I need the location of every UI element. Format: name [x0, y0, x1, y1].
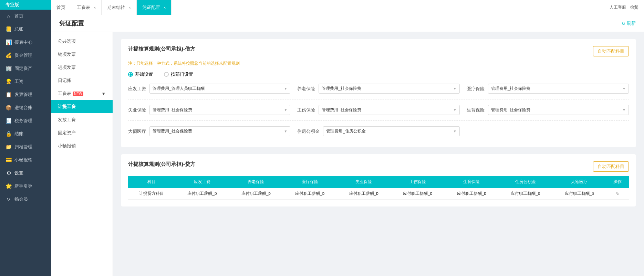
- sidebar-label-purchase_sales: 进销台账: [14, 105, 32, 111]
- page-header: 凭证配置 ↻ 刷新: [51, 15, 644, 32]
- auto-match-button-2[interactable]: 自动匹配科目: [593, 161, 629, 172]
- form-grid-row-1: 失业保险 管理费用_社会保险费 ▼ 工伤保险 管理费用_社会保险费 ▼ 生育保险…: [128, 105, 629, 115]
- close-window-button[interactable]: ✕: [633, 4, 638, 12]
- left-nav: 公共选项销项发票进项发票日记账工资表NEW▼计提工资发放工资固定资产小畅报销: [51, 32, 113, 276]
- sidebar-icon-member: V: [6, 197, 12, 202]
- form-select-0-2[interactable]: 管理费用_社会保险费 ▼: [488, 84, 629, 94]
- radio-basic-setup-circle: [128, 72, 133, 77]
- sidebar-item-closing[interactable]: 🔒 结账: [0, 127, 51, 140]
- form-select-2-0[interactable]: 管理费用_社会保险费 ▼: [149, 126, 290, 136]
- left-nav-sales_invoice[interactable]: 销项发票: [51, 48, 113, 61]
- table-row: 计提贷方科目应付职工薪酬_b应付职工薪酬_b应付职工薪酬_b应付职工薪酬_b应付…: [128, 188, 629, 200]
- table-header-6: 生育保险: [445, 176, 498, 188]
- sidebar-item-settings[interactable]: ⚙ 设置: [0, 167, 51, 180]
- sidebar-item-member[interactable]: V 畅会员: [0, 193, 51, 206]
- sidebar-item-fund_management[interactable]: 💰 资金管理: [0, 49, 51, 62]
- table-header-2: 养老保险: [229, 176, 283, 188]
- form-row-1-0: 失业保险 管理费用_社会保险费 ▼: [128, 105, 290, 115]
- edit-icon[interactable]: ✎: [615, 191, 620, 197]
- sidebar-item-payroll[interactable]: 👷 工资: [0, 75, 51, 88]
- sidebar-item-new_user_guide[interactable]: 🌟 新手引导: [0, 180, 51, 193]
- form-select-value-1-0: 管理费用_社会保险费: [153, 107, 282, 113]
- radio-dept-setup-circle: [164, 72, 169, 77]
- section1-note: 注：只能选择一种方式，系统将按照您当前的选择来配置规则: [128, 61, 629, 66]
- left-nav-accrual_payroll[interactable]: 计提工资: [51, 100, 113, 113]
- sidebar-label-report_center: 报表中心: [14, 39, 32, 45]
- table-body: 计提贷方科目应付职工薪酬_b应付职工薪酬_b应付职工薪酬_b应付职工薪酬_b应付…: [128, 188, 629, 200]
- section2-header: 计提核算规则(公司承担)-贷方 自动匹配科目: [128, 161, 629, 172]
- form-rows: 应发工资 管理费用_管理人员职工薪酬 ▼ 养老保险 管理费用_社会保险费 ▼ 医…: [128, 84, 629, 136]
- form-select-1-2[interactable]: 管理费用_社会保险费 ▼: [488, 105, 629, 115]
- radio-dept-setup[interactable]: 按部门设置: [164, 71, 193, 77]
- sidebar-label-general_ledger: 总账: [14, 26, 23, 32]
- sidebar-label-invoice_management: 发票管理: [14, 92, 32, 98]
- form-label-2-0: 大额医疗: [128, 128, 146, 135]
- sidebar-item-purchase_sales[interactable]: 📦 进销台账: [0, 101, 51, 114]
- form-select-2-1[interactable]: 管理费用_住房公积金 ▼: [323, 126, 459, 136]
- tab-label-period_close: 期末结转: [107, 4, 125, 11]
- tab-voucher_config[interactable]: 凭证配置×: [137, 0, 172, 15]
- table-header-8: 大额医疗: [552, 176, 606, 188]
- sidebar-icon-fund_management: 💰: [6, 52, 12, 59]
- sidebar-item-report_center[interactable]: 📊 报表中心: [0, 36, 51, 49]
- sidebar: 专业版 ⌂ 首页 📒 总账 📊 报表中心 💰 资金管理 🏢 固定资产 👷 工资 …: [0, 0, 51, 276]
- table-cell-0-2: 应付职工薪酬_b: [229, 188, 283, 200]
- left-nav-journal[interactable]: 日记账: [51, 74, 113, 87]
- tab-period_close[interactable]: 期末结转×: [102, 0, 136, 15]
- sidebar-item-fixed_assets[interactable]: 🏢 固定资产: [0, 62, 51, 75]
- table-cell-0-1: 应付职工薪酬_b: [175, 188, 229, 200]
- auto-match-button-1[interactable]: 自动匹配科目: [593, 46, 629, 56]
- tab-home[interactable]: 首页: [51, 0, 71, 15]
- tab-payroll[interactable]: 工资表×: [71, 0, 102, 15]
- table-header-3: 医疗保险: [283, 176, 337, 188]
- tab-close-voucher_config[interactable]: ×: [164, 6, 166, 10]
- chevron-down-icon: ▼: [622, 87, 626, 91]
- sidebar-icon-payroll: 👷: [6, 78, 12, 85]
- section1-title: 计提核算规则(公司承担)-借方: [128, 46, 195, 52]
- table-cell-0-8: 应付职工薪酬_b: [552, 188, 606, 200]
- left-nav-label-journal: 日记账: [58, 77, 71, 84]
- table-header-7: 住房公积金: [499, 176, 552, 188]
- chevron-down-icon: ▼: [453, 108, 457, 112]
- form-select-value-2-0: 管理费用_社会保险费: [153, 128, 282, 134]
- user-service-label: 人工客服: [610, 4, 626, 10]
- table-header-9: 操作: [606, 176, 629, 188]
- sidebar-item-home[interactable]: ⌂ 首页: [0, 10, 51, 23]
- left-nav-xiaochang_expense[interactable]: 小畅报销: [51, 139, 113, 152]
- form-label-1-0: 失业保险: [128, 107, 146, 113]
- topbar-right: 人工客服 徐某: [610, 4, 644, 10]
- chevron-down-icon: ▼: [453, 87, 457, 91]
- form-select-1-1[interactable]: 管理费用_社会保险费 ▼: [319, 105, 459, 115]
- left-nav-fixed_assets[interactable]: 固定资产: [51, 126, 113, 139]
- table-action-0[interactable]: ✎: [606, 188, 629, 200]
- sidebar-item-xiaochang_expense[interactable]: 💳 小畅报销: [0, 153, 51, 167]
- radio-basic-label: 基础设置: [135, 71, 153, 77]
- table-cell-0-7: 应付职工薪酬_b: [499, 188, 552, 200]
- table-header-4: 失业保险: [337, 176, 391, 188]
- sidebar-item-archive[interactable]: 📁 归档管理: [0, 140, 51, 153]
- chevron-down-icon: ▼: [284, 108, 287, 112]
- topbar: 首页工资表×期末结转×凭证配置× 人工客服 徐某 ✕: [51, 0, 644, 15]
- form-select-1-0[interactable]: 管理费用_社会保险费 ▼: [149, 105, 290, 115]
- form-select-0-0[interactable]: 管理费用_管理人员职工薪酬 ▼: [149, 84, 290, 94]
- radio-basic-setup[interactable]: 基础设置: [128, 71, 153, 77]
- form-select-0-1[interactable]: 管理费用_社会保险费 ▼: [319, 84, 459, 94]
- sidebar-item-invoice_management[interactable]: 📋 发票管理: [0, 88, 51, 101]
- left-nav-issue_payroll[interactable]: 发放工资: [51, 113, 113, 126]
- table-header-1: 应发工资: [175, 176, 229, 188]
- form-row-2-1: 住房公积金 管理费用_住房公积金 ▼: [297, 126, 459, 136]
- sidebar-icon-xiaochang_expense: 💳: [6, 157, 12, 163]
- table-header-0: 科目: [128, 176, 175, 188]
- table-head: 科目应发工资养老保险医疗保险失业保险工伤保险生育保险住房公积金大额医疗操作: [128, 176, 629, 188]
- form-label-0-2: 医疗保险: [467, 86, 485, 92]
- sidebar-item-tax_management[interactable]: 🧾 税务管理: [0, 114, 51, 127]
- left-nav-public_options[interactable]: 公共选项: [51, 35, 113, 48]
- left-nav-purchase_invoice[interactable]: 进项发票: [51, 61, 113, 74]
- refresh-button[interactable]: ↻ 刷新: [622, 20, 636, 26]
- sidebar-item-general_ledger[interactable]: 📒 总账: [0, 23, 51, 36]
- credit-table: 科目应发工资养老保险医疗保险失业保险工伤保险生育保险住房公积金大额医疗操作 计提…: [128, 176, 629, 200]
- tab-close-period_close[interactable]: ×: [128, 6, 131, 10]
- tab-close-payroll[interactable]: ×: [94, 6, 96, 10]
- sidebar-label-fixed_assets: 固定资产: [14, 65, 32, 72]
- left-nav-payroll_table[interactable]: 工资表NEW▼: [51, 87, 113, 100]
